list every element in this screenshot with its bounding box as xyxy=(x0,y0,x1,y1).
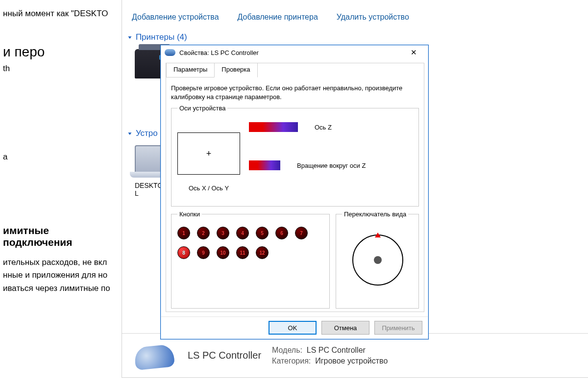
joy-button-11: 11 xyxy=(236,246,249,259)
text-fragment: нный момент как "DESKTO xyxy=(3,9,119,19)
settings-background: нный момент как "DESKTO и перо th а имит… xyxy=(0,0,122,392)
pov-group: Переключатель вида xyxy=(336,210,419,309)
dialog-titlebar[interactable]: Свойства: LS PC Controller ✕ xyxy=(161,45,428,60)
joy-button-3: 3 xyxy=(217,227,229,239)
apply-button: Применить xyxy=(374,321,422,335)
axes-legend: Оси устройства xyxy=(177,105,227,112)
pov-center-dot xyxy=(374,256,382,264)
dialog-title: Свойства: LS PC Controller xyxy=(179,49,399,56)
pov-legend: Переключатель вида xyxy=(342,210,408,218)
gamepad-icon xyxy=(165,49,175,56)
details-pane: LS PC Controller Модель: LS PC Controlle… xyxy=(122,333,588,377)
joy-button-10: 10 xyxy=(217,246,229,259)
group-printers[interactable]: ▼ Принтеры (4) xyxy=(125,30,588,44)
buttons-group: Кнопки 123456789101112 xyxy=(171,210,330,309)
buttons-legend: Кнопки xyxy=(177,210,202,218)
command-bar: Добавление устройства Добавление принтер… xyxy=(122,0,588,30)
xy-axis-box: + xyxy=(177,132,240,175)
cmd-remove-device[interactable]: Удалить устройство xyxy=(337,13,409,22)
cancel-button[interactable]: Отмена xyxy=(321,321,369,335)
chevron-down-icon: ▼ xyxy=(127,131,133,136)
cmd-add-device[interactable]: Добавление устройства xyxy=(132,13,219,22)
tab-parameters[interactable]: Параметры xyxy=(166,63,215,78)
tab-content-test: Проверьте игровое устройство. Если оно р… xyxy=(166,77,424,313)
joy-button-7: 7 xyxy=(295,227,308,239)
group-label: Устро xyxy=(136,129,158,138)
axis-rz-label: Вращение вокруг оси Z xyxy=(297,162,366,169)
instruction-text: Проверьте игровое устройство. Если оно р… xyxy=(171,84,419,102)
dialog-body: Параметры Проверка Проверьте игровое уст… xyxy=(166,63,424,312)
joy-button-8: 8 xyxy=(177,246,190,259)
settings-subheading: имитные подключения xyxy=(3,225,119,248)
gamepad-icon xyxy=(134,343,175,370)
text-fragment: th xyxy=(3,64,119,74)
chevron-down-icon: ▼ xyxy=(127,35,133,40)
group-label: Принтеры (4) xyxy=(136,32,187,42)
dialog-footer: OK Отмена Применить xyxy=(161,316,428,339)
tab-strip: Параметры Проверка xyxy=(166,63,257,78)
axis-z-label: Ось Z xyxy=(315,124,332,131)
ok-button[interactable]: OK xyxy=(269,321,317,335)
details-name: LS PC Controller xyxy=(188,350,261,361)
joy-button-6: 6 xyxy=(275,227,288,239)
pov-arrow-icon xyxy=(375,233,381,237)
joy-button-grid: 123456789101112 xyxy=(177,224,324,259)
joy-button-1: 1 xyxy=(177,227,190,239)
joy-button-2: 2 xyxy=(197,227,210,239)
close-button[interactable]: ✕ xyxy=(403,46,424,59)
text-fragment: ительных расходов, не вкл нные и приложе… xyxy=(3,256,119,295)
xy-axis-label: Ось X / Ось Y xyxy=(177,184,240,192)
settings-heading: и перо xyxy=(3,44,119,60)
joy-button-9: 9 xyxy=(197,246,210,259)
pov-hat xyxy=(352,235,403,286)
cmd-add-printer[interactable]: Добавление принтера xyxy=(238,13,318,22)
controller-properties-dialog: Свойства: LS PC Controller ✕ Параметры П… xyxy=(160,45,429,340)
close-icon: ✕ xyxy=(411,48,417,57)
joy-button-12: 12 xyxy=(256,246,269,259)
axis-rz-bar xyxy=(249,160,280,170)
tab-test[interactable]: Проверка xyxy=(214,63,257,78)
axis-z-bar xyxy=(249,122,298,132)
joy-button-5: 5 xyxy=(256,227,269,239)
axes-group: Оси устройства + Ось X / Ось Y Ось Z xyxy=(171,105,419,207)
joy-button-4: 4 xyxy=(236,227,249,239)
text-fragment: а xyxy=(3,152,119,162)
